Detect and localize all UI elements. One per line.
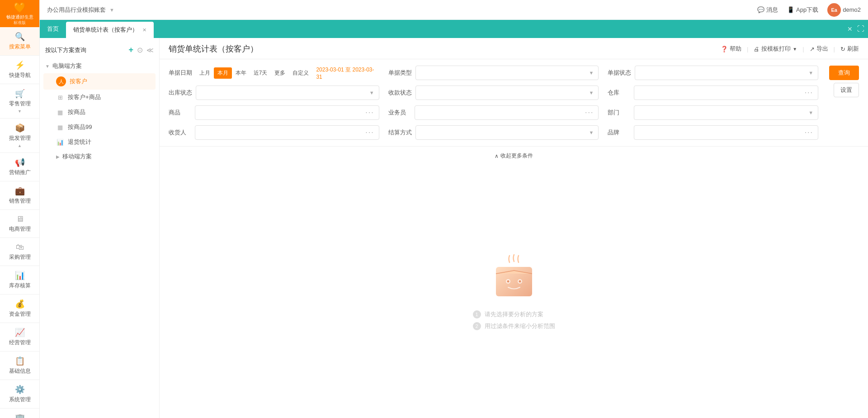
sidebar-item-basic[interactable]: 📋 基础信息 [0, 352, 40, 380]
sidebar-item-quick-nav[interactable]: ⚡ 快捷导航 [0, 56, 40, 84]
sidebar-item-search[interactable]: 🔍 搜索菜单 [0, 27, 40, 56]
message-btn[interactable]: 💬 消息 [757, 6, 778, 14]
department-select[interactable]: ▼ [634, 105, 818, 120]
date-quick-btns: 上月 本月 本年 近7天 更多 自定义 2023-03-01 至 2023-03… [196, 66, 379, 80]
user-profile-btn[interactable]: Ea demo2 [827, 3, 861, 17]
desktop-group-label: 电脑端方案 [52, 62, 82, 70]
tab-bar-close-btn[interactable]: ✕ [847, 25, 853, 33]
sidebar-item-ecommerce[interactable]: 🖥 电商管理 [0, 210, 40, 238]
sidebar-item-inventory[interactable]: 📊 库存核算 [0, 266, 40, 294]
maximize-btn[interactable]: ⛶ [857, 25, 864, 33]
industry-dropdown-icon[interactable]: ▼ [109, 7, 114, 13]
collection-select[interactable]: ▼ [415, 86, 599, 100]
filter-area: 单据日期 上月 本月 本年 近7天 更多 自定义 2023-03-01 至 20… [160, 59, 868, 147]
out-status-select[interactable]: ▼ [196, 86, 379, 100]
sidebar-item-enterprise[interactable]: 🏢 企业协同 [0, 408, 40, 418]
date-btn-more[interactable]: 更多 [271, 67, 289, 79]
status-select[interactable]: ▼ [635, 66, 818, 80]
retail-label: 零售管理 [9, 100, 31, 108]
salesperson-select[interactable]: ··· [415, 105, 599, 120]
filter-row-1-left: 单据日期 上月 本月 本年 近7天 更多 自定义 2023-03-01 至 20… [169, 66, 818, 140]
product-select[interactable]: ··· [195, 105, 379, 120]
empty-content: 1 请先选择要分析的方案 2 用过滤条件来缩小分析范围 [473, 253, 555, 330]
date-btn-7days[interactable]: 近7天 [250, 67, 271, 79]
add-scheme-btn[interactable]: + [128, 45, 133, 55]
help-label: 帮助 [730, 45, 741, 53]
collapse-label: 收起更多条件 [500, 152, 533, 160]
scheme-item-by-product[interactable]: ▦ 按商品 [43, 105, 156, 119]
print-btn[interactable]: 🖨 按模板打印 ▼ [754, 45, 797, 53]
receiver-label: 收货人 [169, 128, 191, 137]
help-btn[interactable]: ❓ 帮助 [721, 45, 741, 53]
mobile-group-arrow: ▶ [56, 154, 60, 159]
product99-label: 按商品99 [68, 123, 92, 131]
tab-close-icon[interactable]: ✕ [142, 27, 146, 33]
settlement-select[interactable]: ▼ [415, 125, 599, 140]
collapse-row: ∧ 收起更多条件 [160, 147, 868, 165]
product-filter-item: 商品 ··· [169, 105, 379, 120]
warehouse-filter-item: 仓库 ··· [608, 86, 818, 100]
left-panel-header: 按以下方案查询 + ⊙ ≪ [40, 43, 159, 59]
separator3: | [834, 46, 835, 52]
tab-home-label: 首页 [47, 25, 59, 33]
customer-product-label: 按客户+商品 [68, 93, 101, 101]
scheme-item-product99[interactable]: ▦ 按商品99 [43, 120, 156, 134]
scheme-item-return-stats[interactable]: 📊 退货统计 [43, 135, 156, 149]
customer-product-icon: ⊞ [56, 93, 64, 101]
sidebar-item-wholesale[interactable]: 📦 批发管理 ▲ [0, 119, 40, 153]
filter-row-4: 收货人 ··· 结算方式 [169, 125, 818, 140]
type-select[interactable]: ▼ [415, 66, 599, 80]
settings-scheme-btn[interactable]: ⊙ [137, 46, 143, 54]
app-download-btn[interactable]: 📱 App下载 [787, 6, 818, 14]
scheme-item-by-customer[interactable]: 人 按客户 [43, 73, 156, 90]
brand-select[interactable]: ··· [634, 125, 818, 140]
warehouse-label: 仓库 [608, 89, 630, 97]
date-label: 单据日期 [169, 69, 192, 77]
tab-sales-stats[interactable]: 销货单统计表（按客户） ✕ [66, 22, 154, 38]
warehouse-select[interactable]: ··· [634, 86, 818, 100]
date-btn-this-month[interactable]: 本月 [214, 67, 232, 79]
date-btn-custom[interactable]: 自定义 [289, 67, 312, 79]
product-label: 商品 [169, 109, 191, 117]
query-button[interactable]: 查询 [829, 66, 859, 80]
empty-tip-1: 1 请先选择要分析的方案 [473, 310, 543, 318]
sidebar-item-marketing[interactable]: 📢 营销推广 [0, 153, 40, 181]
svg-point-3 [507, 280, 509, 282]
scheme-item-customer-product[interactable]: ⊞ 按客户+商品 [43, 90, 156, 104]
receiver-select[interactable]: ··· [195, 125, 379, 140]
ecommerce-icon: 🖥 [16, 214, 24, 224]
message-label: 消息 [766, 6, 778, 14]
quick-nav-icon: ⚡ [15, 60, 25, 70]
sidebar-item-finance[interactable]: 💰 资金管理 [0, 294, 40, 323]
status-label: 单据状态 [608, 69, 631, 77]
salesperson-filter-item: 业务员 ··· [388, 105, 599, 120]
sidebar-item-system[interactable]: ⚙️ 系统管理 [0, 380, 40, 408]
logo-sub: 标准版 [14, 20, 26, 26]
by-customer-label: 按客户 [70, 77, 87, 86]
desktop-group-title[interactable]: ▼ 电脑端方案 [43, 59, 156, 73]
date-btn-last-month[interactable]: 上月 [196, 67, 214, 79]
sidebar-item-operations[interactable]: 📈 经营管理 [0, 323, 40, 352]
retail-expand-icon: ▼ [18, 109, 22, 114]
collapse-panel-btn[interactable]: ≪ [146, 46, 154, 54]
mobile-group-title[interactable]: ▶ 移动端方案 [43, 150, 156, 163]
out-status-filter-item: 出库状态 ▼ [169, 86, 379, 100]
sidebar-item-sales[interactable]: 💼 销售管理 [0, 181, 40, 210]
refresh-btn[interactable]: ↻ 刷新 [840, 45, 859, 53]
date-btn-this-year[interactable]: 本年 [232, 67, 250, 79]
topbar: 办公用品行业模拟账套 ▼ 💬 消息 📱 App下载 Ea demo2 [40, 0, 868, 20]
sidebar-item-purchase[interactable]: 🛍 采购管理 [0, 238, 40, 266]
tip-num-2: 2 [473, 322, 481, 330]
svg-point-4 [519, 280, 521, 282]
warehouse-dots: ··· [805, 89, 813, 97]
export-btn[interactable]: ↗ 导出 [810, 45, 828, 53]
topbar-left: 办公用品行业模拟账套 ▼ [47, 6, 114, 14]
date-filter-item: 单据日期 上月 本月 本年 近7天 更多 自定义 2023-03-01 至 20… [169, 66, 379, 80]
settings-button[interactable]: 设置 [834, 83, 859, 97]
sidebar-item-retail[interactable]: 🛒 零售管理 ▼ [0, 84, 40, 119]
basic-icon: 📋 [15, 356, 25, 366]
collection-arrow: ▼ [589, 90, 594, 95]
page-header: 销货单统计表（按客户） ❓ 帮助 | 🖨 按模板打印 ▼ | ↗ [160, 38, 868, 59]
collapse-btn[interactable]: ∧ 收起更多条件 [489, 150, 538, 162]
tab-home[interactable]: 首页 [40, 20, 66, 38]
